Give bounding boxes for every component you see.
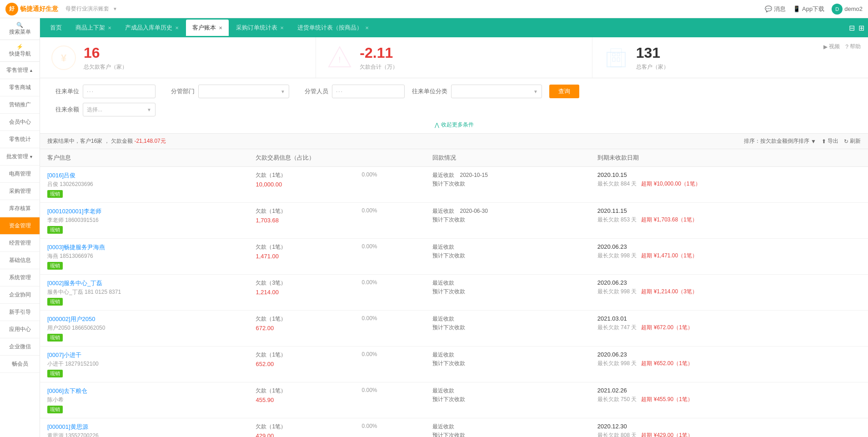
tab-close-icon[interactable]: ✕: [219, 25, 222, 30]
tab-minimize-icon[interactable]: ⊟: [849, 24, 855, 32]
sidebar-search[interactable]: 🔍 搜索菜单: [0, 18, 40, 40]
debt-amount[interactable]: 10,000.00: [256, 181, 347, 188]
sidebar-item-member[interactable]: 会员中心: [0, 114, 40, 131]
message-link[interactable]: 💬 消息: [765, 5, 786, 13]
table-row: [0006]去下粮仓 陈小希 现销 欠款（1笔） 455.90 0.00% 最近…: [40, 382, 868, 418]
customer-badge: 现销: [47, 334, 63, 342]
quick-icon: ⚡: [16, 44, 23, 50]
balance-select[interactable]: 选择... ▼: [83, 103, 156, 116]
cell-debt: 欠款（1笔） 429.00: [248, 418, 354, 437]
table-row: [0001020001]李老师 李老师 18600391516 现销 欠款（1笔…: [40, 203, 868, 239]
sidebar-item-inventory[interactable]: 库存核算: [0, 200, 40, 217]
sidebar-item-purchase[interactable]: 采购管理: [0, 183, 40, 200]
sidebar-item-retail-mall[interactable]: 零售商城: [0, 79, 40, 96]
sidebar-item-label: 零售统计: [9, 136, 31, 142]
debt-amount[interactable]: 455.90: [256, 397, 347, 403]
tab-goods-stats[interactable]: 进货单统计表（按商品） ✕: [291, 20, 375, 36]
sidebar-item-wechat[interactable]: 企业微信: [0, 338, 40, 356]
debt-ratio: 0.00%: [362, 315, 418, 321]
app-download-link[interactable]: 📱 App下载: [793, 5, 824, 13]
customer-sub: 用户2050 18665062050: [47, 324, 241, 332]
cell-recovery: 最近收款 2020-06-30 预计下次收款: [425, 203, 590, 239]
user-avatar[interactable]: D demo2: [832, 4, 863, 15]
customer-name-link[interactable]: [0016]吕俊: [47, 171, 241, 180]
tab-production-history[interactable]: 产成品入库单历史 ✕: [119, 20, 185, 36]
sidebar-quick-nav[interactable]: ⚡ 快捷导航: [0, 40, 40, 62]
th-recovery: 回款情况: [425, 149, 590, 167]
refresh-btn[interactable]: ↻ 刷新: [844, 137, 861, 145]
debt-amount[interactable]: 1,214.00: [256, 289, 347, 296]
tab-purchase-order-stats[interactable]: 采购订单统计表 ✕: [230, 20, 290, 36]
sidebar-item-operations[interactable]: 经营管理: [0, 235, 40, 252]
table-row: [0002]服务中心_丁磊 服务中心_丁磊 181 0125 8371 现销 欠…: [40, 275, 868, 311]
unit-class-select[interactable]: ▼: [451, 85, 542, 98]
overdue-link[interactable]: 超期 ¥10,000.00（1笔）: [641, 181, 700, 187]
help-link[interactable]: ? 帮助: [845, 43, 861, 50]
from-unit-input[interactable]: ···: [83, 85, 156, 98]
debt-amount[interactable]: 1,703.68: [256, 217, 347, 224]
tab-close-icon[interactable]: ✕: [108, 25, 111, 30]
sidebar-item-basic-info[interactable]: 基础信息: [0, 252, 40, 269]
sidebar-item-retail-stats[interactable]: 零售统计: [0, 131, 40, 148]
sidebar-item-ecommerce[interactable]: 电商管理: [0, 166, 40, 183]
chevron-down-icon: ▼: [281, 89, 285, 94]
stat-value-customers: 16: [84, 45, 127, 61]
tab-close-icon[interactable]: ✕: [280, 25, 284, 30]
overdue-link[interactable]: 超期 ¥455.90（1笔）: [641, 396, 692, 402]
overdue-link[interactable]: 超期 ¥429.00（1笔）: [641, 432, 692, 437]
customer-name-link[interactable]: [0006]去下粮仓: [47, 387, 241, 395]
dept-select[interactable]: ▼: [198, 85, 289, 98]
tab-product-listing[interactable]: 商品上下架 ✕: [69, 20, 118, 36]
filter-unit-class: 往来单位分类 ▼: [412, 85, 542, 98]
sidebar-item-system[interactable]: 系统管理: [0, 269, 40, 286]
overdue-link[interactable]: 超期 ¥1,471.00（1笔）: [641, 252, 697, 259]
sidebar-item-guide[interactable]: 新手引导: [0, 304, 40, 321]
app-container: 好 畅捷通好生意 母婴行业演示账套 ▼ 💬 消息 📱 App下载 D demo2: [0, 0, 868, 437]
person-input[interactable]: ···: [332, 85, 405, 98]
sidebar-item-apps[interactable]: 应用中心: [0, 321, 40, 338]
tab-customer-ledger[interactable]: 客户账本 ✕: [186, 20, 229, 36]
sidebar-item-wholesale[interactable]: 批发管理 ▼: [0, 148, 40, 166]
search-label: 搜索菜单: [4, 28, 36, 36]
customer-badge: 现销: [47, 190, 63, 198]
sidebar-item-marketing[interactable]: 营销推广: [0, 96, 40, 114]
tab-home[interactable]: 首页: [44, 20, 68, 36]
customer-name-link[interactable]: [0007]小进干: [47, 351, 241, 359]
overdue-link[interactable]: 超期 ¥652.00（1笔）: [641, 360, 692, 367]
overdue-link[interactable]: 超期 ¥1,703.68（1笔）: [641, 216, 697, 223]
overdue-link[interactable]: 超期 ¥672.00（1笔）: [641, 324, 692, 331]
next-recovery-label: 预计下次收款: [432, 324, 582, 332]
sort-selector[interactable]: 排序：按欠款金额倒序排序 ▼: [744, 137, 816, 145]
debt-amount[interactable]: 429.00: [256, 432, 347, 437]
sidebar-item-vip[interactable]: 畅会员: [0, 356, 40, 373]
customer-name-link[interactable]: [0002]服务中心_丁磊: [47, 279, 241, 287]
sidebar-item-collab[interactable]: 企业协同: [0, 286, 40, 304]
recovery-label: 最近收款: [432, 351, 582, 359]
cell-recovery: 最近收款 预计下次收款: [425, 239, 590, 275]
debt-amount[interactable]: 672.00: [256, 325, 347, 332]
sidebar-item-label: 资金管理: [9, 222, 31, 229]
query-button[interactable]: 查询: [549, 85, 579, 98]
filter-collapse-btn[interactable]: ⋀ 收起更多条件: [47, 121, 861, 129]
recovery-info: 最近收款 预计下次收款: [432, 315, 582, 332]
sidebar-item-retail-mgmt[interactable]: 零售管理 ▲: [0, 62, 40, 79]
video-link[interactable]: ▶ 视频: [823, 43, 840, 50]
tab-close-icon[interactable]: ✕: [175, 25, 179, 30]
stat-label-customers: 总欠款客户（家）: [84, 63, 127, 71]
brand-dropdown-icon[interactable]: ▼: [113, 6, 117, 11]
customer-name-link[interactable]: [000001]黄思源: [47, 423, 241, 431]
debt-amount[interactable]: 1,471.00: [256, 253, 347, 260]
cell-ratio: 0.00%: [355, 275, 426, 311]
cell-due-date: 2020.11.15 最长欠款 853 天 超期 ¥1,703.68（1笔）: [590, 203, 868, 239]
tab-close-icon[interactable]: ✕: [365, 25, 369, 30]
table-row: [0007]小进干 小进干 18279152100 现销 欠款（1笔） 652.…: [40, 347, 868, 382]
debt-amount[interactable]: 652.00: [256, 361, 347, 367]
customer-name-link[interactable]: [0003]畅捷服务尹海燕: [47, 243, 241, 251]
stat-card-customers: ¥ 16 总欠款客户（家）: [40, 37, 316, 78]
export-btn[interactable]: ⬆ 导出: [822, 137, 838, 145]
customer-name-link[interactable]: [0001020001]李老师: [47, 207, 241, 216]
tab-expand-icon[interactable]: ⊞: [858, 24, 864, 32]
sidebar-item-finance[interactable]: 资金管理: [0, 217, 40, 235]
overdue-link[interactable]: 超期 ¥1,214.00（3笔）: [641, 288, 697, 295]
customer-name-link[interactable]: [000002]用户2050: [47, 315, 241, 323]
